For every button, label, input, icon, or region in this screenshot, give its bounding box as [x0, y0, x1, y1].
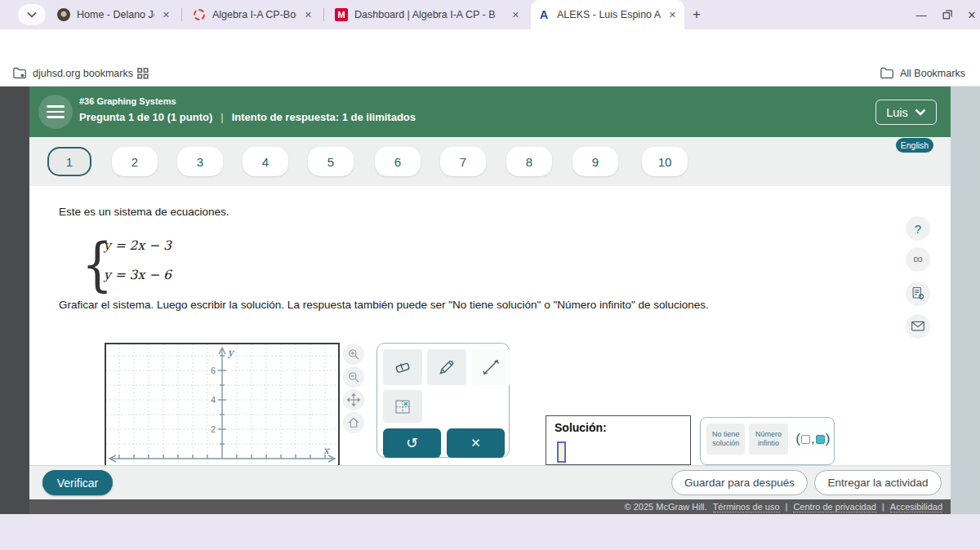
window-close-button[interactable]: ✕: [964, 7, 980, 23]
help-icon: ?: [915, 222, 921, 236]
folder-icon: [880, 67, 894, 79]
tab-title: ALEKS - Luis Espino Arroyo - #3: [557, 9, 661, 20]
aleks-header: #36 Graphing Systems Pregunta 1 de 10 (1…: [29, 86, 951, 137]
tab-close-icon[interactable]: ✕: [303, 10, 314, 20]
privacy-link[interactable]: Centro de privacidad: [793, 502, 876, 512]
answer-options-panel: No tiene solución Número infintio ( , ): [700, 417, 835, 465]
pair-open-paren: (: [795, 431, 800, 447]
infinite-solutions-button[interactable]: Número infintio: [749, 424, 787, 455]
tab-aleks-active[interactable]: A ALEKS - Luis Espino Arroyo - #3 ✕: [531, 0, 684, 29]
question-pill-3[interactable]: 3: [177, 147, 223, 176]
question-pill-6[interactable]: 6: [375, 147, 421, 176]
question-pill-8[interactable]: 8: [506, 147, 552, 176]
x-axis-label: x: [323, 445, 330, 456]
y-axis-label: y: [227, 347, 235, 358]
undo-icon: ↺: [406, 434, 418, 452]
footer-separator: |: [882, 502, 884, 512]
tab-close-icon[interactable]: ✕: [667, 10, 678, 20]
managed-bookmarks-folder[interactable]: [13, 67, 27, 82]
pencil-icon: [437, 357, 457, 377]
home-icon: [346, 415, 361, 430]
folder-gear-icon: [13, 67, 27, 79]
undo-button[interactable]: ↺: [383, 428, 441, 458]
eraser-tool-button[interactable]: [383, 349, 422, 385]
question-pill-10[interactable]: 10: [642, 147, 688, 176]
no-solution-button[interactable]: No tiene solución: [706, 424, 745, 455]
assignment-title: #36 Graphing Systems: [79, 96, 176, 106]
graph-grid: 6 4 2 y x: [106, 344, 338, 465]
tab-close-icon[interactable]: ✕: [510, 10, 521, 20]
bookmarks-bar: djuhsd.org bookmarks All Bookmarks: [0, 60, 980, 86]
explanation-button[interactable]: [906, 282, 930, 306]
page-scrollbar[interactable]: [951, 86, 980, 514]
question-pill-1[interactable]: 1: [47, 147, 91, 176]
submit-activity-button[interactable]: Entregar la actividad: [814, 470, 942, 495]
point-tool-button[interactable]: [383, 390, 422, 423]
tab-home[interactable]: Home - Delano Joint Union Hig ✕: [51, 0, 178, 29]
window-restore-button[interactable]: [939, 7, 956, 23]
ordered-pair-button[interactable]: ( , ): [792, 424, 834, 455]
question-progress: Pregunta 1 de 10 (1 punto)|Intento de re…: [79, 111, 416, 123]
reset-view-button[interactable]: [343, 412, 364, 433]
solution-label: Solución:: [555, 421, 690, 434]
tab-algebra[interactable]: Algebra I-A CP-Booc ✕: [186, 0, 320, 29]
page-left-margin: [0, 86, 29, 514]
tab-dashboard[interactable]: M Dashboard | Algebra I-A CP - B ✕: [328, 0, 528, 29]
apps-grid-icon[interactable]: [137, 68, 149, 82]
question-pill-7[interactable]: 7: [440, 147, 486, 176]
question-pill-2[interactable]: 2: [112, 147, 158, 176]
zoom-in-button[interactable]: [343, 344, 364, 365]
message-button[interactable]: [906, 314, 930, 339]
verify-button[interactable]: Verificar: [42, 470, 113, 495]
aleks-page: #36 Graphing Systems Pregunta 1 de 10 (1…: [0, 86, 980, 514]
question-pill-9[interactable]: 9: [572, 147, 618, 176]
graph-canvas[interactable]: 6 4 2 y x: [105, 343, 340, 465]
pair-y-placeholder: [816, 435, 825, 444]
window-minimize-button[interactable]: —: [913, 7, 929, 23]
tab-title: Dashboard | Algebra I-A CP - B: [354, 9, 504, 20]
pair-x-placeholder: [801, 435, 810, 444]
y-tick-2: 2: [211, 424, 216, 434]
new-tab-button[interactable]: +: [693, 7, 701, 23]
terms-link[interactable]: Términos de uso: [713, 502, 780, 512]
infinite-attempts-button[interactable]: ∞: [906, 247, 930, 272]
graph-tool-panel: ↺ ✕: [376, 343, 510, 458]
line-tool-icon: [481, 357, 501, 377]
equation-1: y = 2x − 3: [104, 238, 172, 253]
menu-button[interactable]: [38, 95, 73, 129]
all-bookmarks-label[interactable]: All Bookmarks: [900, 68, 965, 79]
bookmarks-folder-label[interactable]: djuhsd.org bookmarks: [33, 68, 133, 79]
tab-close-icon[interactable]: ✕: [161, 10, 172, 20]
line-tool-button[interactable]: [471, 349, 510, 385]
tab-divider: [323, 8, 324, 21]
action-bar: [29, 465, 951, 499]
language-badge[interactable]: English: [896, 138, 933, 153]
solution-input-caret[interactable]: [557, 441, 566, 463]
zoom-out-button[interactable]: [343, 366, 364, 388]
solution-panel: Solución:: [546, 415, 691, 465]
pair-close-paren: ): [826, 431, 831, 447]
clear-graph-button[interactable]: ✕: [447, 428, 505, 458]
chevron-down-icon: [27, 11, 37, 18]
chevron-down-icon: [915, 109, 926, 116]
pencil-tool-button[interactable]: [427, 349, 466, 385]
restore-icon: [941, 8, 954, 21]
grid-point-icon: [393, 397, 412, 416]
tab-title: Algebra I-A CP-Booc: [212, 9, 296, 20]
aleks-favicon: A: [537, 8, 550, 21]
accessibility-link[interactable]: Accesibilidad: [890, 502, 942, 512]
help-button[interactable]: ?: [906, 216, 930, 241]
tab-divider: [181, 8, 182, 21]
y-tick-4: 4: [211, 395, 216, 405]
hamburger-icon: [47, 105, 65, 108]
envelope-icon: [910, 319, 926, 334]
equation-2: y = 3x − 6: [104, 268, 172, 282]
save-for-later-button[interactable]: Guardar para después: [671, 470, 808, 495]
question-pill-4[interactable]: 4: [243, 147, 288, 176]
user-menu-button[interactable]: Luis: [875, 100, 937, 125]
pan-button[interactable]: [343, 389, 364, 410]
tab-search-button[interactable]: [18, 4, 46, 25]
pair-comma: ,: [811, 431, 815, 447]
all-bookmarks-folder-icon[interactable]: [880, 67, 894, 82]
question-pill-5[interactable]: 5: [308, 147, 354, 176]
